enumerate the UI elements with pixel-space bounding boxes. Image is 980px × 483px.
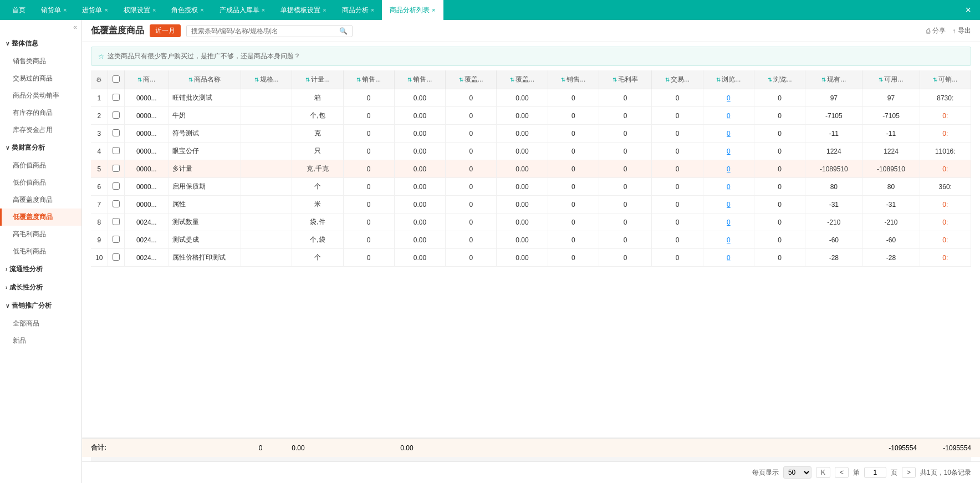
row-view1[interactable]: 0 (703, 125, 754, 143)
sidebar-item-low-margin[interactable]: 低毛利商品 (0, 243, 81, 260)
nav-purchase-order[interactable]: 进货单 × (74, 0, 115, 20)
sidebar-section-growth[interactable]: › 成长性分析 (0, 278, 81, 297)
close-icon[interactable]: × (262, 0, 265, 20)
col-sales1: ⇅销售... (343, 70, 394, 89)
sidebar-item-high-margin[interactable]: 高毛利商品 (0, 226, 81, 243)
row-trade: 0 (652, 143, 703, 160)
row-select-checkbox[interactable] (113, 94, 120, 101)
table-row: 60000...启用保质期个00.0000.00000008080360: (91, 178, 971, 196)
row-checkbox[interactable] (108, 107, 124, 125)
gear-icon[interactable]: ⚙ (96, 76, 102, 84)
nav-product-analysis[interactable]: 商品分析 × (334, 0, 382, 20)
nav-template-settings[interactable]: 单据模板设置 × (273, 0, 334, 20)
sidebar-item-traded-products[interactable]: 交易过的商品 (0, 70, 81, 87)
sidebar-collapse-button[interactable]: « (0, 20, 81, 34)
close-icon[interactable]: × (371, 0, 374, 20)
row-select-checkbox[interactable] (113, 165, 120, 172)
horizontal-scrollbar[interactable] (91, 457, 971, 461)
select-all-checkbox[interactable] (113, 75, 120, 83)
search-box[interactable]: 🔍 (186, 25, 353, 37)
row-view1[interactable]: 0 (703, 107, 754, 125)
row-view1[interactable]: 0 (703, 196, 754, 213)
nav-product-warehouse[interactable]: 产成品入库单 × (212, 0, 273, 20)
page-number-input[interactable] (864, 467, 886, 478)
row-select-checkbox[interactable] (113, 147, 120, 154)
next-page-button[interactable]: > (902, 467, 916, 478)
row-stock3: 0: (920, 160, 971, 178)
row-checkbox[interactable] (108, 143, 124, 160)
time-filter-button[interactable]: 近一月 (150, 24, 181, 37)
row-name: 测试数量 (169, 213, 241, 231)
row-name: 测试提成 (169, 231, 241, 249)
sidebar-section-overview[interactable]: ∨ 整体信息 (0, 34, 81, 53)
sidebar-item-inventory-capital[interactable]: 库存资金占用 (0, 121, 81, 139)
row-select-checkbox[interactable] (113, 129, 120, 136)
row-view1[interactable]: 0 (703, 178, 754, 196)
col-gear[interactable]: ⚙ (91, 70, 108, 89)
row-checkbox[interactable] (108, 160, 124, 178)
row-select-checkbox[interactable] (113, 236, 120, 243)
sidebar-item-all-products[interactable]: 全部商品 (0, 315, 81, 332)
first-page-button[interactable]: K (816, 467, 830, 478)
row-checkbox[interactable] (108, 125, 124, 143)
close-icon[interactable]: × (200, 0, 203, 20)
close-all-button[interactable]: × (961, 4, 976, 16)
prev-page-button[interactable]: < (835, 467, 849, 478)
sidebar-item-new-products[interactable]: 新品 (0, 332, 81, 349)
row-select-checkbox[interactable] (113, 111, 120, 119)
row-stock1: -11 (805, 125, 862, 143)
row-select-checkbox[interactable] (113, 200, 120, 207)
col-checkbox[interactable] (108, 70, 124, 89)
row-view1[interactable]: 0 (703, 143, 754, 160)
sidebar-section-marketing[interactable]: ∨ 营销推广分析 (0, 297, 81, 315)
nav-role-auth[interactable]: 角色授权 × (164, 0, 211, 20)
sidebar-item-low-coverage[interactable]: 低覆盖度商品 (0, 209, 81, 226)
row-checkbox[interactable] (108, 213, 124, 231)
row-checkbox[interactable] (108, 178, 124, 196)
close-icon[interactable]: × (323, 0, 326, 20)
sidebar-item-in-stock[interactable]: 有库存的商品 (0, 104, 81, 121)
row-view1[interactable]: 0 (703, 160, 754, 178)
row-checkbox[interactable] (108, 249, 124, 267)
row-checkbox[interactable] (108, 196, 124, 213)
export-button[interactable]: ↑ 导出 (952, 26, 971, 35)
sidebar-item-low-value[interactable]: 低价值商品 (0, 174, 81, 191)
sidebar-item-high-value[interactable]: 高价值商品 (0, 157, 81, 174)
row-checkbox[interactable] (108, 231, 124, 249)
row-select-checkbox[interactable] (113, 253, 120, 261)
row-sales1: 0 (343, 231, 394, 249)
row-select-checkbox[interactable] (113, 218, 120, 225)
row-view1[interactable]: 0 (703, 89, 754, 107)
nav-product-analysis-list[interactable]: 商品分析列表 × (382, 0, 443, 20)
row-cover2: 0.00 (497, 143, 548, 160)
close-icon[interactable]: × (104, 0, 108, 20)
row-view2: 0 (754, 249, 805, 267)
row-select-checkbox[interactable] (113, 182, 120, 190)
per-page-select[interactable]: 50 100 200 (783, 466, 811, 479)
row-view1[interactable]: 0 (703, 231, 754, 249)
sidebar-item-category-turnover[interactable]: 商品分类动销率 (0, 87, 81, 104)
nav-home[interactable]: 首页 (4, 0, 33, 20)
row-checkbox[interactable] (108, 89, 124, 107)
sidebar-item-high-coverage[interactable]: 高覆盖度商品 (0, 191, 81, 209)
row-stock1: 80 (805, 178, 862, 196)
close-icon[interactable]: × (432, 0, 435, 20)
pagination-bar: 每页显示 50 100 200 K < 第 页 > 共1页，10条记录 (82, 461, 980, 483)
row-cover1: 0 (446, 160, 497, 178)
row-sales1: 0 (343, 143, 394, 160)
search-input[interactable] (191, 27, 337, 35)
close-icon[interactable]: × (152, 0, 156, 20)
share-button[interactable]: ⎙ 分享 (926, 26, 946, 35)
close-icon[interactable]: × (63, 0, 67, 20)
row-view1[interactable]: 0 (703, 213, 754, 231)
sidebar-item-sales-products[interactable]: 销售类商品 (0, 53, 81, 70)
sidebar-section-liquidity[interactable]: › 流通性分析 (0, 260, 81, 278)
nav-sales-order[interactable]: 销货单 × (33, 0, 74, 20)
search-icon[interactable]: 🔍 (339, 27, 348, 35)
row-num: 10 (91, 249, 108, 267)
row-view1[interactable]: 0 (703, 249, 754, 267)
row-sales3: 0 (548, 125, 599, 143)
nav-permissions[interactable]: 权限设置 × (116, 0, 164, 20)
sidebar-section-wealth[interactable]: ∨ 类财富分析 (0, 139, 81, 157)
row-stock1: -60 (805, 231, 862, 249)
